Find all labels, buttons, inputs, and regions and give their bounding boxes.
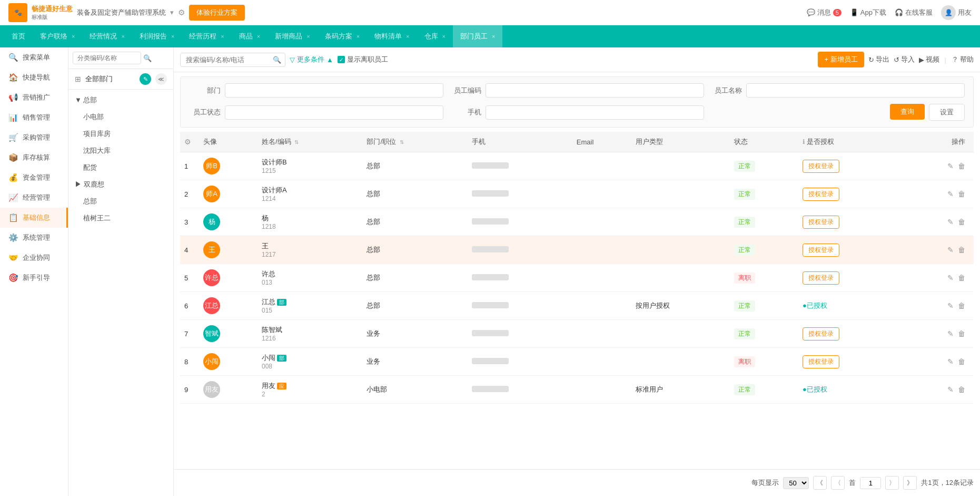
nav-tab-新增商品[interactable]: 新增商品× — [268, 25, 317, 47]
edit-icon[interactable]: ✎ — [947, 329, 954, 338]
filter-status-select[interactable] — [225, 105, 443, 120]
filter-set-button[interactable]: 设置 — [929, 104, 965, 121]
delete-icon[interactable]: 🗑 — [958, 218, 965, 226]
close-icon[interactable]: × — [492, 33, 495, 40]
filter-query-button[interactable]: 查询 — [890, 104, 925, 120]
auth-button[interactable]: 授权登录 — [803, 355, 839, 368]
close-icon[interactable]: × — [121, 33, 124, 40]
auth-button[interactable]: 授权登录 — [803, 160, 839, 173]
sidebar-item-sales[interactable]: 📊销售管理 — [0, 108, 68, 128]
export-button[interactable]: ↻ 导出 — [868, 55, 889, 64]
sidebar-item-operation[interactable]: 📈经营管理 — [0, 188, 68, 208]
app-download-item[interactable]: 📱 App下载 — [850, 8, 886, 17]
dept-tree-item[interactable]: 项目库房 — [68, 125, 173, 142]
sort-icon[interactable]: ⇅ — [294, 139, 299, 145]
emp-filter-button[interactable]: ▽ 更多条件 ▲ — [290, 55, 333, 64]
dept-tree-item[interactable]: ▶ 双鹿想 — [68, 176, 173, 193]
auth-button[interactable]: 授权登录 — [803, 327, 839, 341]
edit-icon[interactable]: ✎ — [947, 357, 954, 366]
nav-tab-经营历程[interactable]: 经营历程× — [182, 25, 231, 47]
close-icon[interactable]: × — [406, 33, 409, 40]
dept-tree-item[interactable]: 沈阳大库 — [68, 142, 173, 159]
sidebar-item-marketing[interactable]: 📢营销推广 — [0, 87, 68, 108]
auth-button[interactable]: 授权登录 — [803, 271, 839, 285]
filter-empcode-input[interactable] — [486, 83, 704, 98]
close-icon[interactable]: × — [357, 33, 360, 40]
filter-phone-input[interactable] — [486, 105, 704, 120]
sidebar-item-collab[interactable]: 🤝企业协同 — [0, 248, 68, 268]
close-icon[interactable]: × — [171, 33, 174, 40]
delete-icon[interactable]: 🗑 — [958, 357, 965, 366]
delete-icon[interactable]: 🗑 — [958, 302, 965, 310]
nav-tab-首页[interactable]: 首页 — [4, 25, 33, 47]
online-service-item[interactable]: 🎧 在线客服 — [895, 8, 933, 17]
dept-search-input[interactable] — [73, 52, 141, 64]
view-button[interactable]: ▶ 视频 — [919, 55, 939, 64]
message-item[interactable]: 💬 消息 5 — [807, 8, 842, 17]
sort-icon[interactable]: ⇅ — [400, 139, 404, 145]
dept-tree-item[interactable]: 植树王二 — [68, 210, 173, 227]
delete-icon[interactable]: 🗑 — [958, 190, 965, 198]
col-settings-icon[interactable]: ⚙ — [184, 138, 191, 146]
add-employee-button[interactable]: + 新增员工 — [818, 52, 864, 67]
dept-tree-item[interactable]: 配货 — [68, 159, 173, 176]
dept-tree-item[interactable]: ▼ 总部 — [68, 92, 173, 109]
close-icon[interactable]: × — [221, 33, 224, 40]
sidebar-item-finance[interactable]: 💰资金管理 — [0, 168, 68, 188]
prev-page-button[interactable]: 〈 — [831, 476, 845, 490]
dept-edit-button[interactable]: ✎ — [140, 73, 151, 85]
delete-icon[interactable]: 🗑 — [958, 246, 965, 254]
edit-icon[interactable]: ✎ — [947, 385, 954, 394]
nav-tab-客户联络[interactable]: 客户联络× — [33, 25, 82, 47]
delete-icon[interactable]: 🗑 — [958, 385, 965, 394]
edit-icon[interactable]: ✎ — [947, 246, 954, 254]
delete-icon[interactable]: 🗑 — [958, 162, 965, 170]
next-page-button[interactable]: 〉 — [885, 476, 899, 490]
delete-icon[interactable]: 🗑 — [958, 274, 965, 282]
nav-tab-利润报告[interactable]: 利润报告× — [132, 25, 182, 47]
user-item[interactable]: 👤 用友 — [941, 5, 972, 20]
dept-tree-item[interactable]: 总部 — [68, 193, 173, 210]
auth-button[interactable]: 授权登录 — [803, 244, 839, 257]
last-page-button[interactable]: 》 — [903, 476, 917, 490]
nav-tab-经营情况[interactable]: 经营情况× — [82, 25, 132, 47]
emp-search-input[interactable] — [180, 53, 285, 67]
dept-collapse-button[interactable]: ≪ — [155, 73, 167, 85]
nav-tab-部门员工[interactable]: 部门员工× — [453, 25, 502, 47]
close-icon[interactable]: × — [442, 33, 446, 40]
sidebar-item-purchase[interactable]: 🛒采购管理 — [0, 128, 68, 148]
edit-icon[interactable]: ✎ — [947, 302, 954, 310]
nav-tab-物料清单[interactable]: 物料清单× — [367, 25, 417, 47]
sidebar-item-system[interactable]: ⚙️系统管理 — [0, 228, 68, 248]
dropdown-icon[interactable]: ▾ — [170, 8, 174, 16]
show-inactive-toggle[interactable]: ✓ 显示离职员工 — [338, 55, 388, 64]
trial-button[interactable]: 体验行业方案 — [189, 5, 245, 21]
sidebar-item-guide[interactable]: 🎯新手引导 — [0, 268, 68, 288]
first-page-button[interactable]: 《 — [813, 476, 827, 490]
sidebar-item-basic[interactable]: 📋基础信息 — [0, 208, 68, 228]
nav-tab-仓库[interactable]: 仓库× — [417, 25, 453, 47]
settings-icon[interactable]: ⚙ — [178, 8, 185, 17]
sidebar-item-inventory[interactable]: 📦库存核算 — [0, 148, 68, 168]
sidebar-item-quicknav[interactable]: 🏠快捷导航 — [0, 67, 68, 87]
edit-icon[interactable]: ✎ — [947, 274, 954, 282]
import-button[interactable]: ↺ 导入 — [894, 55, 915, 64]
help-button[interactable]: ？ 帮助 — [952, 55, 974, 64]
nav-tab-条码方案[interactable]: 条码方案× — [318, 25, 367, 47]
auth-button[interactable]: 授权登录 — [803, 216, 839, 229]
per-page-select[interactable]: 50 — [783, 477, 809, 489]
edit-icon[interactable]: ✎ — [947, 218, 954, 226]
dept-tree-item[interactable]: 小电部 — [68, 109, 173, 125]
filter-dept-select[interactable] — [225, 83, 443, 98]
nav-tab-商品[interactable]: 商品× — [232, 25, 268, 47]
close-icon[interactable]: × — [72, 33, 75, 40]
edit-icon[interactable]: ✎ — [947, 190, 954, 198]
close-icon[interactable]: × — [257, 33, 260, 40]
page-number-input[interactable] — [860, 477, 881, 489]
auth-button[interactable]: 授权登录 — [803, 188, 839, 201]
close-icon[interactable]: × — [306, 33, 310, 40]
filter-empname-input[interactable] — [746, 83, 965, 98]
delete-icon[interactable]: 🗑 — [958, 329, 965, 338]
sidebar-item-search[interactable]: 🔍搜索菜单 — [0, 47, 68, 67]
edit-icon[interactable]: ✎ — [947, 162, 954, 170]
